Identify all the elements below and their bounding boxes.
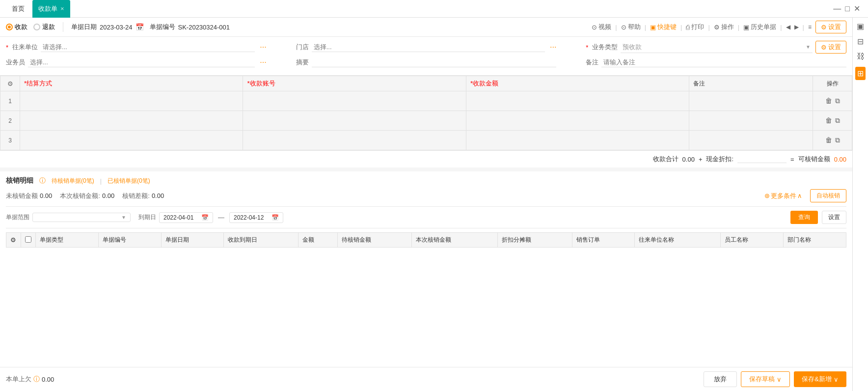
help-action[interactable]: ⊙ 帮助 [621,23,641,31]
abandon-button[interactable]: 放弃 [704,371,737,387]
tab-close-icon[interactable]: × [60,5,64,12]
tab-receipt[interactable]: 收款单 × [32,0,70,18]
toolbar-right: ⊙ 视频 | ⊙ 帮助 | ▣ 快捷键 | ⎙ 打印 | [592,21,846,33]
unchecked-stat: 未核销金额 0.00 [6,192,52,200]
radio-refund[interactable]: 退款 [33,23,55,31]
net-label: 可核销金额 [798,155,830,164]
row-2-delete-icon[interactable]: 🗑 [825,116,832,125]
col-pending: 待核销金额 [338,233,412,248]
row-1-remark[interactable] [689,91,813,111]
business-type-arrow: ▼ [806,44,811,50]
row-2-copy-icon[interactable]: ⧉ [835,116,840,125]
row-2-remark[interactable] [689,111,813,131]
maximize-button[interactable]: □ [845,4,850,13]
minimize-button[interactable]: — [833,4,841,13]
summary-input[interactable] [312,57,557,67]
verify-stats: 未核销金额 0.00 本次核销金额: 0.00 核销差额: 0.00 ⊛ 更多条… [6,189,846,202]
sidebar-icon-4[interactable]: ⊞ [855,67,866,80]
row-2-payment[interactable] [20,111,243,131]
form-settings-button[interactable]: ⚙ 设置 [815,41,846,54]
verify-table-wrapper: ⚙ 单据类型 单据编号 单据日期 收款到期日 金额 待核销金额 本次核销金额 [6,232,846,248]
summary-field: 摘要 [296,57,557,67]
business-type-label: 业务类型 [592,43,618,52]
total-value: 0.00 [682,156,695,163]
date-from-picker[interactable]: 2022-04-01 📅 [159,212,213,223]
row-1-delete-icon[interactable]: 🗑 [825,97,832,105]
discount-input[interactable] [737,155,787,163]
close-button[interactable]: ✕ [854,4,860,13]
setting-button[interactable]: 设置 [822,211,846,224]
row-3-payment[interactable] [20,131,243,150]
print-action[interactable]: ⎙ 打印 [686,23,704,31]
more-conditions-link[interactable]: ⊛ 更多条件 ∧ [764,192,802,200]
radio-receipt[interactable]: 收款 [6,23,27,31]
shortcut-action[interactable]: ▣ 快捷键 [650,23,677,31]
settings-gear-icon: ⚙ [821,24,827,31]
date-to-picker[interactable]: 2022-04-12 📅 [229,212,283,223]
sidebar-icon-1[interactable]: ▣ [857,22,864,31]
save-draft-button[interactable]: 保存草稿 ∨ [741,371,790,387]
tab-home[interactable]: 首页 [4,0,32,18]
select-all-checkbox[interactable] [25,236,31,243]
partner-more-icon[interactable]: ··· [260,43,266,52]
row-3-amount[interactable] [466,131,689,150]
row-2-amount[interactable] [466,111,689,131]
sidebar-icon-2[interactable]: ⊟ [857,37,864,46]
verify-info-icon[interactable]: ⓘ [39,176,46,185]
diff-label: 核销差额: [122,192,150,200]
list-view-icon[interactable]: ≡ [808,24,812,30]
store-more-icon[interactable]: ··· [550,43,556,52]
number-field: 单据编号 SK-20230324-001 [150,23,230,31]
due-date-label: 到期日 [138,213,156,222]
radio-receipt-dot [6,24,13,30]
tab-separator: | [100,177,102,185]
save-new-button[interactable]: 保存&新增 ∨ [794,371,846,387]
table-gear-icon[interactable]: ⚙ [7,80,13,87]
col-amount-header: *收款金额 [466,76,689,91]
row-3-account[interactable] [243,131,466,150]
verify-header: 核销明细 ⓘ 待核销单据(0笔) | 已核销单据(0笔) [6,176,846,185]
nav-left[interactable]: ◀ [786,24,790,30]
sidebar-icon-3[interactable]: ⛓ [857,52,865,61]
operation-action[interactable]: ⚙ 操作 [714,23,734,31]
row-1-payment[interactable] [20,91,243,111]
row-1-account[interactable] [243,91,466,111]
col-doc-date: 单据日期 [161,233,224,248]
row-1-copy-icon[interactable]: ⧉ [835,97,840,105]
video-action[interactable]: ⊙ 视频 [592,23,611,31]
row-2-account[interactable] [243,111,466,131]
col-gear[interactable]: ⚙ [0,76,20,91]
settings-button[interactable]: ⚙ 设置 [815,21,846,33]
store-input[interactable] [312,42,545,52]
business-type-dropdown[interactable]: 预收款 ▼ [621,42,813,53]
row-3-copy-icon[interactable]: ⧉ [835,136,840,144]
range-select[interactable]: ▼ [32,213,131,222]
table-header-row: ⚙ *结算方式 *收款账号 *收款金额 备注 操作 [0,76,852,91]
pending-tab[interactable]: 待核销单据(0笔) [52,177,94,185]
row-3-remark[interactable] [689,131,813,150]
diff-stat: 核销差额: 0.00 [122,192,164,200]
nav-right[interactable]: ▶ [794,24,799,30]
summary-label: 摘要 [296,58,309,67]
row-3-delete-icon[interactable]: 🗑 [825,136,832,144]
done-tab[interactable]: 已核销单据(0笔) [108,177,150,185]
tab-bar: 首页 收款单 × — □ ✕ [0,0,868,18]
salesperson-more-icon[interactable]: ··· [260,58,266,67]
section-separator [0,168,852,171]
col-employee: 员工名称 [721,233,784,248]
auto-verify-button[interactable]: 自动核销 [810,189,846,202]
salesperson-input[interactable] [28,57,255,67]
date-to-icon: 📅 [271,214,279,221]
calendar-icon[interactable]: 📅 [136,23,144,31]
row-1-amount[interactable] [466,91,689,111]
range-select-arrow: ▼ [121,215,126,220]
this-time-value: 0.00 [102,192,114,199]
partner-input[interactable] [41,42,255,52]
history-action[interactable]: ▣ 历史单据 [743,23,776,31]
remark-input[interactable] [601,57,846,67]
bottom-info-icon[interactable]: ⓘ [33,375,40,384]
col-amount: 金额 [298,233,338,248]
query-button[interactable]: 查询 [790,211,818,224]
col-doc-num: 单据编号 [98,233,161,248]
gear-icon-verify[interactable]: ⚙ [10,236,16,244]
